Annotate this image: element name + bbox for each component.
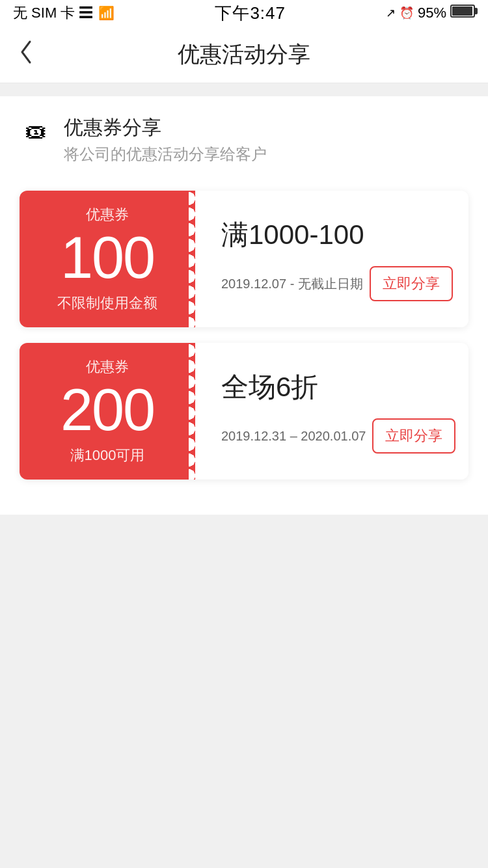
coupon-share-icon: 🎟 — [20, 115, 52, 147]
status-time: 下午3:47 — [215, 2, 286, 25]
section-text: 优惠券分享 将公司的优惠活动分享给客户 — [64, 115, 267, 165]
coupon-value-1: 100 — [61, 228, 154, 287]
status-left: 无 SIM 卡 ☰ 📶 — [13, 3, 115, 23]
empty-area — [0, 515, 488, 868]
coupon-left-2: 优惠券 200 满1000可用 — [20, 343, 195, 480]
page-title: 优惠活动分享 — [178, 40, 310, 70]
coupon-list: 优惠券 100 不限制使用金额 满1000-100 2019.12.07 - 无… — [0, 178, 488, 515]
coupon-date-1: 2019.12.07 - 无截止日期 — [221, 275, 363, 293]
coupon-date-2: 2019.12.31 – 2020.01.07 — [221, 429, 366, 444]
coupon-name-1: 满1000-100 — [221, 217, 453, 253]
wifi-icon: 📶 — [98, 5, 115, 21]
alarm-icon: ⏰ — [400, 6, 414, 20]
no-sim-text: 无 SIM 卡 ☰ — [13, 3, 93, 23]
back-button[interactable] — [18, 39, 34, 70]
top-divider — [0, 83, 488, 96]
coupon-condition-2: 满1000可用 — [64, 446, 152, 465]
section-header: 🎟 优惠券分享 将公司的优惠活动分享给客户 — [0, 96, 488, 178]
coupon-left-1: 优惠券 100 不限制使用金额 — [20, 191, 195, 327]
coupon-card-2: 优惠券 200 满1000可用 全场6折 2019.12.31 – 2020.0… — [20, 343, 468, 480]
coupon-card-1: 优惠券 100 不限制使用金额 满1000-100 2019.12.07 - 无… — [20, 191, 468, 327]
coupon-condition-1: 不限制使用金额 — [51, 293, 164, 313]
share-button-2[interactable]: 立即分享 — [372, 418, 455, 454]
section-title: 优惠券分享 — [64, 115, 267, 140]
coupon-right-1: 满1000-100 2019.12.07 - 无截止日期 立即分享 — [195, 191, 468, 327]
location-icon: ↗ — [386, 6, 396, 20]
coupon-date-row-1: 2019.12.07 - 无截止日期 立即分享 — [221, 266, 453, 301]
coupon-date-row-2: 2019.12.31 – 2020.01.07 立即分享 — [221, 418, 455, 454]
coupon-label-1: 优惠券 — [86, 205, 129, 224]
status-bar: 无 SIM 卡 ☰ 📶 下午3:47 ↗ ⏰ 95% — [0, 0, 488, 26]
coupon-label-2: 优惠券 — [86, 357, 129, 377]
share-button-1[interactable]: 立即分享 — [370, 266, 453, 301]
coupon-name-2: 全场6折 — [221, 369, 455, 405]
status-right: ↗ ⏰ 95% — [386, 5, 475, 21]
battery-percent: 95% — [418, 5, 446, 21]
coupon-value-2: 200 — [61, 381, 154, 439]
nav-bar: 优惠活动分享 — [0, 26, 488, 83]
section-subtitle: 将公司的优惠活动分享给客户 — [64, 144, 267, 165]
coupon-right-2: 全场6折 2019.12.31 – 2020.01.07 立即分享 — [195, 343, 468, 480]
battery-icon — [450, 5, 475, 21]
